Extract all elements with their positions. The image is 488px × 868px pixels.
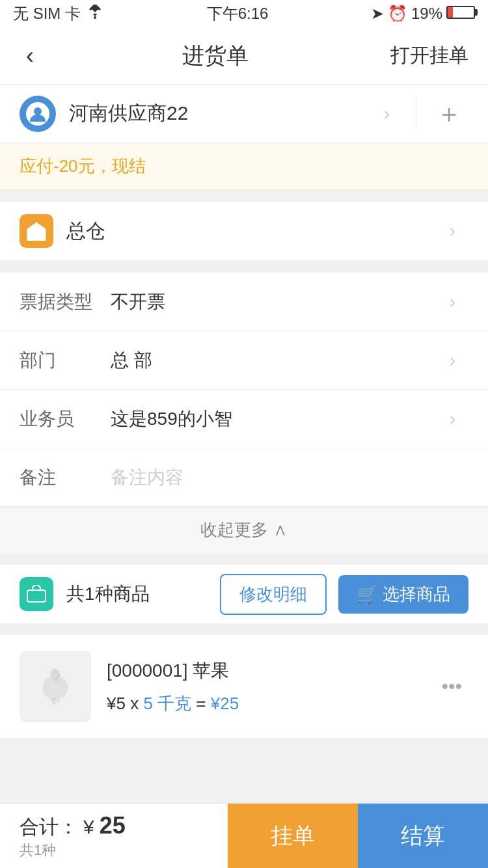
wifi-icon [86,5,104,23]
dept-label: 部门 [20,348,104,373]
dept-value: 总 部 [104,348,450,373]
equal-sign: = [196,694,210,713]
supplier-name: 河南供应商22 [69,100,384,127]
total-symbol: ¥ [83,816,94,838]
nav-bar: ‹ 进货单 打开挂单 [0,27,488,85]
dept-row[interactable]: 部门 总 部 › [0,331,488,389]
alarm-icon: ⏰ [388,5,407,23]
status-time: 下午6:16 [207,3,269,24]
status-right: ➤ ⏰ 19% [371,5,475,23]
footer-sub: 共1种 [20,841,208,860]
product-price: ¥5 x 5 千克 = ¥25 [107,692,435,715]
sales-chevron-icon: › [450,409,455,429]
multiply-sign: x [130,694,143,713]
product-title: 苹果 [193,660,229,681]
svg-point-1 [34,107,42,115]
warehouse-section: 总仓 › [0,202,488,260]
avatar-icon [26,102,49,126]
product-total: ¥25 [211,694,239,713]
carrier-label: 无 SIM 卡 [13,3,81,24]
content: 河南供应商22 › ＋ 应付-20元，现结 总仓 › 票据类型 不开票 › 部门… [0,85,488,738]
product-code: [0000001] [107,660,188,681]
pending-button[interactable]: 挂单 [228,804,358,868]
invoice-row[interactable]: 票据类型 不开票 › [0,272,488,331]
remark-row[interactable]: 备注 备注内容 [0,448,488,506]
svg-point-0 [94,16,96,19]
remark-input[interactable]: 备注内容 [104,465,468,490]
page-title: 进货单 [182,41,249,71]
sales-label: 业务员 [20,407,104,431]
total-amount: 25 [100,812,126,839]
supplier-section: 河南供应商22 › ＋ 应付-20元，现结 [0,85,488,190]
add-button[interactable]: ＋ [429,96,468,131]
supplier-avatar [20,96,56,132]
edit-detail-button[interactable]: 修改明细 [220,574,327,615]
product-thumbnail: 管+ [20,651,91,722]
invoice-value: 不开票 [104,290,450,314]
invoice-chevron-icon: › [450,292,455,312]
footer-info: 合计： ¥ 25 共1种 [0,804,228,868]
select-product-label: 选择商品 [383,583,450,606]
product-count: 共1种商品 [66,582,220,606]
footer: 合计： ¥ 25 共1种 挂单 结算 [0,803,488,868]
supplier-chevron-icon: › [384,103,390,124]
invoice-label: 票据类型 [20,290,104,314]
product-info: [0000001] 苹果 ¥5 x 5 千克 = ¥25 [107,658,435,715]
product-header: 共1种商品 修改明细 🛒 选择商品 [0,565,488,623]
sales-row[interactable]: 业务员 这是859的小智 › [0,389,488,448]
battery-percent: 19% [411,5,442,23]
collapse-bar[interactable]: 收起更多 ∧ [0,506,488,553]
sales-value: 这是859的小智 [104,407,450,431]
more-button[interactable]: ••• [435,669,468,704]
divider [416,98,416,130]
product-item-section: 管+ [0000001] 苹果 ¥5 x 5 千克 = ¥25 ••• [0,635,488,738]
svg-rect-3 [27,590,46,602]
total-label: 合计： [20,814,78,841]
warehouse-icon [20,214,53,248]
svg-rect-2 [33,233,40,241]
products-section: 共1种商品 修改明细 🛒 选择商品 [0,565,488,623]
warehouse-row[interactable]: 总仓 › [0,202,488,260]
select-product-icon: 🛒 [357,584,377,604]
product-unit: 千克 [157,694,191,713]
product-item: 管+ [0000001] 苹果 ¥5 x 5 千克 = ¥25 ••• [0,635,488,738]
back-button[interactable]: ‹ [20,36,40,76]
warehouse-chevron-icon: › [450,221,455,241]
svg-text:管+: 管+ [51,698,60,705]
select-product-button[interactable]: 🛒 选择商品 [338,575,468,614]
settle-button[interactable]: 结算 [358,804,488,868]
unit-price: ¥5 [107,694,126,713]
location-icon: ➤ [371,5,384,23]
warehouse-name: 总仓 [66,218,450,245]
form-section: 票据类型 不开票 › 部门 总 部 › 业务员 这是859的小智 › 备注 备注… [0,272,488,553]
info-banner: 应付-20元，现结 [0,143,488,190]
collapse-label: 收起更多 ∧ [200,519,287,541]
product-icon [20,577,53,611]
supplier-row[interactable]: 河南供应商22 › ＋ [0,85,488,143]
status-bar: 无 SIM 卡 下午6:16 ➤ ⏰ 19% [0,0,488,27]
open-pending-button[interactable]: 打开挂单 [390,42,468,69]
remark-label: 备注 [20,465,104,490]
status-left: 无 SIM 卡 [13,3,104,24]
footer-total: 合计： ¥ 25 [20,812,208,841]
dept-chevron-icon: › [450,350,455,371]
product-name: [0000001] 苹果 [107,658,435,683]
product-qty: 5 [143,694,152,713]
battery-icon [446,5,475,23]
